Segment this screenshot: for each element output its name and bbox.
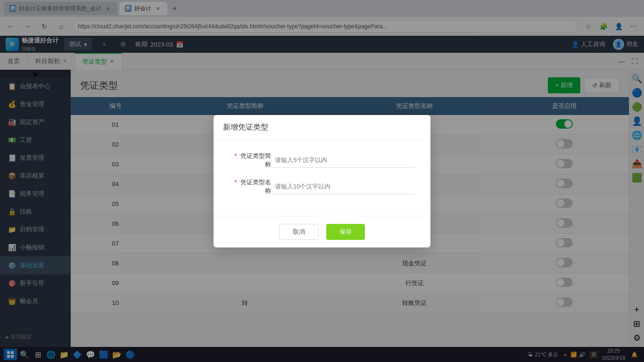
short-name-label: * 凭证类型简称 [229, 152, 271, 169]
new-voucher-type-modal: 新增凭证类型 * 凭证类型简称 * 凭证类型名称 取消 保存 [214, 115, 430, 247]
full-name-label: * 凭证类型名称 [229, 178, 271, 195]
modal-footer: 取消 保存 [214, 216, 430, 247]
modal-title: 新增凭证类型 [223, 123, 268, 131]
modal-body: * 凭证类型简称 * 凭证类型名称 [214, 140, 430, 216]
modal-header: 新增凭证类型 [214, 115, 430, 140]
modal-overlay: 新增凭证类型 * 凭证类型简称 * 凭证类型名称 取消 保存 [0, 0, 644, 362]
save-button[interactable]: 保存 [326, 224, 365, 240]
cancel-button[interactable]: 取消 [279, 224, 319, 240]
required-star-1: * [234, 152, 237, 159]
form-row-full-name: * 凭证类型名称 [229, 178, 415, 195]
short-name-input[interactable] [271, 153, 415, 168]
full-name-input[interactable] [271, 179, 415, 194]
required-star-2: * [234, 179, 237, 186]
form-row-short-name: * 凭证类型简称 [229, 152, 415, 169]
